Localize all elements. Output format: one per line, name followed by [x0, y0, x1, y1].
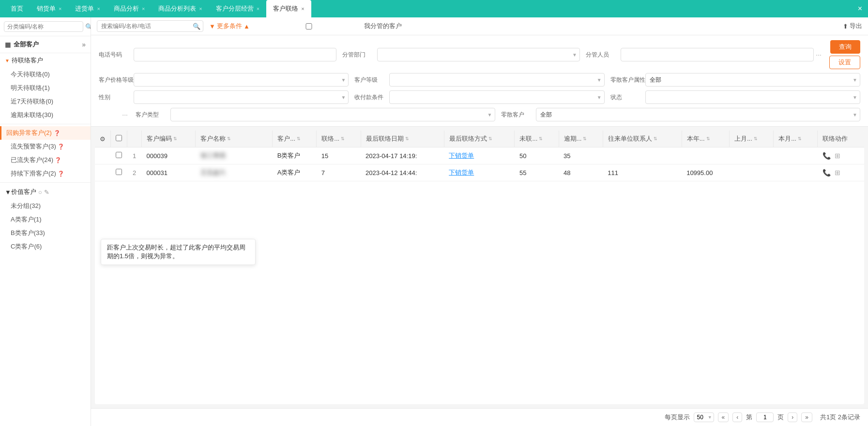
- nav-sales[interactable]: 销货单 ×: [30, 0, 68, 17]
- sidebar-item-churned[interactable]: 已流失客户(24) ❓: [0, 153, 91, 167]
- nav-customer-contact-close[interactable]: ×: [301, 6, 304, 12]
- sidebar-collapse-icon[interactable]: »: [82, 41, 86, 48]
- nav-purchase[interactable]: 进货单 ×: [68, 0, 107, 17]
- sidebar-item-c-class[interactable]: C类客户(6): [0, 240, 91, 253]
- col-unit-contact: 往来单位联系人 ⇅: [603, 131, 682, 147]
- contact-sort-icon[interactable]: ⇅: [341, 136, 345, 141]
- edit-icon[interactable]: ✎: [44, 189, 49, 196]
- sidebar-item-tomorrow[interactable]: 明天待联络(1): [0, 81, 91, 95]
- my-customer-checkbox[interactable]: [256, 23, 362, 29]
- row2-grid-icon[interactable]: ⊞: [835, 169, 840, 176]
- this-year-sort-icon[interactable]: ⇅: [706, 136, 710, 141]
- query-button[interactable]: 查询: [830, 40, 860, 54]
- value-group-label: 价值客户: [11, 188, 36, 196]
- sidebar-item-overdue[interactable]: 逾期未联络(30): [0, 108, 91, 122]
- last-date-sort-icon[interactable]: ⇅: [405, 136, 409, 141]
- code-sort-icon[interactable]: ⇅: [173, 136, 177, 141]
- row1-grid-icon[interactable]: ⊞: [835, 152, 840, 160]
- first-page-button[interactable]: «: [718, 412, 729, 422]
- nav-sales-close[interactable]: ×: [59, 6, 61, 12]
- col-no-contact: 未联... ⇅: [515, 131, 559, 147]
- nav-product-analysis-close[interactable]: ×: [142, 6, 145, 12]
- phone-input[interactable]: [134, 48, 336, 61]
- name-sort-icon[interactable]: ⇅: [227, 136, 231, 141]
- row2-phone-icon[interactable]: 📞: [822, 169, 831, 176]
- page-input[interactable]: [756, 412, 774, 422]
- overdue-sort-icon[interactable]: ⇅: [583, 136, 587, 141]
- sidebar-item-a-class[interactable]: A类客户(1): [0, 213, 91, 226]
- page-size-select[interactable]: 50: [694, 412, 714, 422]
- b-class-label: B类客户(33): [11, 229, 45, 236]
- sidebar-item-declining[interactable]: 持续下滑客户(2) ❓: [0, 167, 91, 180]
- status-select[interactable]: [645, 90, 860, 104]
- level-sort-icon[interactable]: ⇅: [297, 136, 301, 141]
- row1-phone-icon[interactable]: 📞: [822, 152, 831, 160]
- row1-this-month: [774, 147, 818, 164]
- col-action-label: 联络动作: [822, 135, 848, 142]
- last-method-sort-icon[interactable]: ⇅: [488, 136, 492, 141]
- select-all-checkbox[interactable]: [116, 135, 122, 141]
- row2-last-method-link[interactable]: 下销货单: [449, 169, 474, 176]
- sidebar-item-7days[interactable]: 近7天待联络(0): [0, 95, 91, 108]
- nav-product-analysis-list[interactable]: 商品分析列表 ×: [152, 0, 209, 17]
- dept-select[interactable]: [377, 48, 580, 61]
- nav-sales-label: 销货单: [37, 4, 56, 13]
- my-customer-checkbox-area[interactable]: 我分管的客户: [256, 22, 402, 30]
- person-input[interactable]: [621, 48, 814, 61]
- pay-terms-select[interactable]: [389, 90, 604, 104]
- nav-product-analysis[interactable]: 商品分析 ×: [107, 0, 152, 17]
- sidebar-item-b-class[interactable]: B类客户(33): [0, 226, 91, 240]
- circle-icon[interactable]: ○: [38, 189, 42, 196]
- nav-customer-tier-close[interactable]: ×: [257, 6, 259, 12]
- sidebar-all-customers-header[interactable]: ▦ 全部客户 »: [0, 36, 91, 53]
- nav-customer-tier-label: 客户分层经营: [216, 4, 254, 13]
- person-input-wrap: [621, 48, 814, 61]
- sidebar-item-rebuy-abnormal[interactable]: 回购异常客户(2) ❓: [0, 126, 91, 140]
- gear-icon[interactable]: ⚙: [100, 135, 106, 143]
- a-class-label: A类客户(1): [11, 216, 42, 223]
- nav-home[interactable]: 首页: [4, 0, 30, 17]
- person-dots-button[interactable]: ···: [814, 51, 823, 59]
- export-button[interactable]: ⬆ 导出: [843, 22, 862, 30]
- row4-dots[interactable]: ···: [120, 111, 130, 118]
- nav-purchase-close[interactable]: ×: [97, 6, 100, 12]
- customer-level-select[interactable]: [389, 73, 604, 87]
- last-month-sort-icon[interactable]: ⇅: [754, 136, 758, 141]
- gender-select[interactable]: [134, 90, 349, 104]
- sidebar-tomorrow-label: 明天待联络(1): [11, 84, 50, 91]
- total-info: 共1页 2条记录: [820, 413, 860, 422]
- tooltip-text: 距客户上次交易时长，超过了此客户的平均交易周期的1.5倍，则视为异常。: [107, 244, 245, 260]
- sidebar-item-churn-warning[interactable]: 流失预警客户(3) ❓: [0, 140, 91, 153]
- row2-check[interactable]: [116, 169, 122, 175]
- nav-customer-contact-label: 客户联络: [273, 4, 298, 13]
- nav-product-analysis-list-close[interactable]: ×: [199, 6, 202, 12]
- nav-customer-tier[interactable]: 客户分层经营 ×: [209, 0, 266, 17]
- export-icon: ⬆: [843, 23, 848, 30]
- retail-attr-select[interactable]: 全部: [645, 73, 860, 87]
- customer-type-select[interactable]: [170, 108, 495, 121]
- sidebar-search-icon[interactable]: 🔍: [85, 23, 91, 30]
- price-level-select[interactable]: [134, 73, 349, 87]
- row1-check[interactable]: [116, 152, 122, 158]
- sidebar-pending-group[interactable]: ▼ 待联络客户: [0, 53, 91, 68]
- this-month-sort-icon[interactable]: ⇅: [798, 136, 802, 141]
- nav-customer-contact[interactable]: 客户联络 ×: [266, 0, 311, 17]
- next-page-button[interactable]: ›: [788, 412, 797, 422]
- settings-button[interactable]: 设置: [829, 56, 860, 69]
- more-filters-button[interactable]: ▼ 更多条件 ▲: [209, 22, 250, 30]
- last-page-button[interactable]: »: [801, 412, 812, 422]
- row1-last-method-link[interactable]: 下销货单: [449, 152, 474, 159]
- sidebar-search-input[interactable]: [4, 21, 83, 32]
- retail-customer-select[interactable]: 全部: [536, 108, 861, 121]
- unit-contact-sort-icon[interactable]: ⇅: [654, 136, 657, 141]
- main-search-icon[interactable]: 🔍: [193, 23, 200, 30]
- main-search-input[interactable]: [97, 20, 203, 32]
- row2-action: 📞 ⊞: [818, 164, 864, 181]
- sidebar-item-ungroup[interactable]: 未分组(32): [0, 199, 91, 213]
- close-all-button[interactable]: ×: [858, 4, 862, 13]
- row1-code: 000039: [142, 147, 196, 164]
- sidebar-item-today[interactable]: 今天待联络(0): [0, 68, 91, 81]
- no-contact-sort-icon[interactable]: ⇅: [539, 136, 543, 141]
- prev-page-button[interactable]: ‹: [732, 412, 742, 422]
- phone-input-wrap: [134, 48, 336, 61]
